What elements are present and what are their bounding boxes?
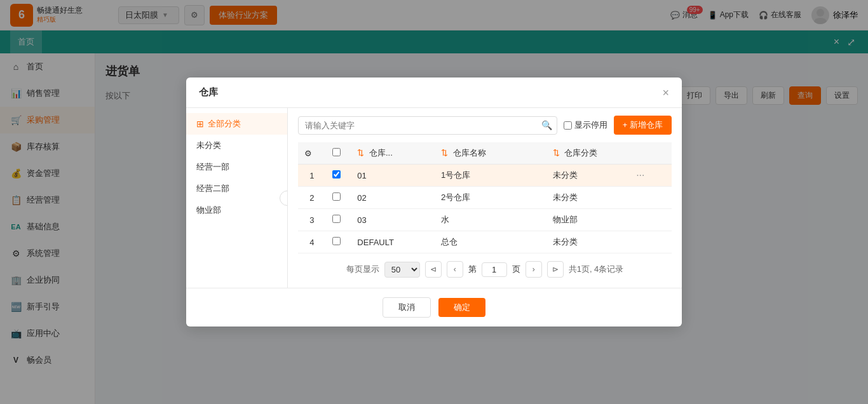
th-category: ⇅ 仓库分类 — [546, 142, 630, 165]
table-body: 1 01 1号仓库 未分类 ··· 2 02 2 — [298, 165, 672, 253]
warehouse-modal: 仓库 × ⊞ 全部分类 未分类 经营一部 — [186, 77, 682, 327]
row-checkbox-4[interactable] — [332, 237, 341, 245]
table-row: 1 01 1号仓库 未分类 ··· — [298, 165, 672, 187]
row-code-4: DEFAULT — [351, 231, 435, 253]
show-disabled-label[interactable]: 显示停用 — [564, 119, 607, 131]
table-row: 4 DEFAULT 总仓 未分类 — [298, 231, 672, 253]
row-name-2: 2号仓库 — [435, 187, 546, 209]
row-name-3: 水 — [435, 209, 546, 231]
cat-label-all: 全部分类 — [208, 118, 241, 130]
modal-overlay: 仓库 × ⊞ 全部分类 未分类 经营一部 — [0, 0, 868, 404]
per-page-label: 每页显示 — [346, 264, 379, 275]
first-page-button[interactable]: ⊲ — [425, 261, 442, 278]
modal-footer: 取消 确定 — [186, 288, 682, 327]
all-cat-icon: ⊞ — [196, 119, 204, 129]
per-page-select[interactable]: 50 100 200 — [384, 262, 420, 278]
row-actions-2 — [630, 187, 672, 209]
modal-sidebar-inner: ⊞ 全部分类 未分类 经营一部 经营二部 物业部 — [186, 113, 287, 283]
row-check-4[interactable] — [326, 231, 351, 253]
cat-label-property: 物业部 — [196, 205, 221, 216]
row-cat-3: 物业部 — [546, 209, 630, 231]
category-uncat[interactable]: 未分类 — [186, 135, 287, 156]
row-num-2: 2 — [298, 187, 326, 209]
row-check-2[interactable] — [326, 187, 351, 209]
warehouse-table: ⚙ ⇅ 仓库... ⇅ 仓库名称 — [298, 142, 672, 253]
row-action-menu-1[interactable]: ··· — [636, 170, 644, 180]
row-code-2: 02 — [351, 187, 435, 209]
select-all-checkbox[interactable] — [332, 148, 341, 156]
sort-name-icon: ⇅ — [441, 148, 448, 158]
search-input-wrap: 🔍 — [298, 116, 557, 135]
row-actions-1: ··· — [630, 165, 672, 187]
th-name: ⇅ 仓库名称 — [435, 142, 546, 165]
category-dept1[interactable]: 经营一部 — [186, 156, 287, 178]
category-dept2[interactable]: 经营二部 — [186, 178, 287, 199]
row-cat-4: 未分类 — [546, 231, 630, 253]
prev-page-button[interactable]: ‹ — [447, 261, 463, 278]
modal-category-sidebar: ⊞ 全部分类 未分类 经营一部 经营二部 物业部 — [186, 108, 288, 288]
row-check-1[interactable] — [326, 165, 351, 187]
row-code-3: 03 — [351, 209, 435, 231]
last-page-button[interactable]: ⊳ — [547, 261, 564, 278]
modal-main-content: 🔍 显示停用 + 新增仓库 ⚙ — [288, 108, 682, 288]
modal-close-button[interactable]: × — [662, 87, 669, 98]
page-total: 共1页, 4条记录 — [569, 264, 624, 275]
next-page-button[interactable]: › — [526, 261, 542, 278]
add-warehouse-button[interactable]: + 新增仓库 — [614, 116, 672, 135]
sort-cat-icon: ⇅ — [553, 148, 560, 158]
cat-label-dept2: 经营二部 — [196, 183, 229, 194]
row-checkbox-2[interactable] — [332, 192, 341, 201]
modal-search-bar: 🔍 显示停用 + 新增仓库 — [298, 116, 672, 135]
sort-code-icon: ⇅ — [357, 148, 364, 158]
row-cat-2: 未分类 — [546, 187, 630, 209]
th-actions — [630, 142, 672, 165]
cat-label-dept1: 经营一部 — [196, 161, 229, 173]
th-gear: ⚙ — [298, 142, 326, 165]
row-check-3[interactable] — [326, 209, 351, 231]
row-actions-4 — [630, 231, 672, 253]
category-property[interactable]: 物业部 — [186, 199, 287, 221]
row-name-1: 1号仓库 — [435, 165, 546, 187]
row-actions-3 — [630, 209, 672, 231]
row-code-1: 01 — [351, 165, 435, 187]
row-checkbox-1[interactable] — [332, 170, 341, 178]
cat-label-uncat: 未分类 — [196, 140, 221, 151]
cancel-button[interactable]: 取消 — [383, 297, 431, 318]
confirm-button[interactable]: 确定 — [438, 298, 485, 317]
page-label: 第 — [468, 264, 477, 275]
search-icon[interactable]: 🔍 — [541, 120, 552, 130]
warehouse-table-scroll: ⚙ ⇅ 仓库... ⇅ 仓库名称 — [298, 142, 672, 253]
table-row: 3 03 水 物业部 — [298, 209, 672, 231]
table-row: 2 02 2号仓库 未分类 — [298, 187, 672, 209]
row-checkbox-3[interactable] — [332, 215, 341, 223]
table-header-row: ⚙ ⇅ 仓库... ⇅ 仓库名称 — [298, 142, 672, 165]
modal-body: ⊞ 全部分类 未分类 经营一部 经营二部 物业部 — [186, 108, 682, 288]
modal-header: 仓库 × — [186, 77, 682, 108]
modal-title: 仓库 — [199, 86, 218, 98]
row-num-3: 3 — [298, 209, 326, 231]
row-cat-1: 未分类 — [546, 165, 630, 187]
pagination: 每页显示 50 100 200 ⊲ ‹ 第 页 › ⊳ 共1页, 4条记录 — [298, 253, 672, 280]
th-code: ⇅ 仓库... — [351, 142, 435, 165]
category-all[interactable]: ⊞ 全部分类 — [186, 113, 287, 135]
page-number-input[interactable] — [482, 262, 507, 277]
search-input[interactable] — [298, 116, 557, 135]
page-suffix: 页 — [512, 264, 520, 275]
row-name-4: 总仓 — [435, 231, 546, 253]
row-num-4: 4 — [298, 231, 326, 253]
th-check — [326, 142, 351, 165]
row-num-1: 1 — [298, 165, 326, 187]
show-disabled-checkbox[interactable] — [564, 121, 572, 130]
table-header: ⚙ ⇅ 仓库... ⇅ 仓库名称 — [298, 142, 672, 165]
